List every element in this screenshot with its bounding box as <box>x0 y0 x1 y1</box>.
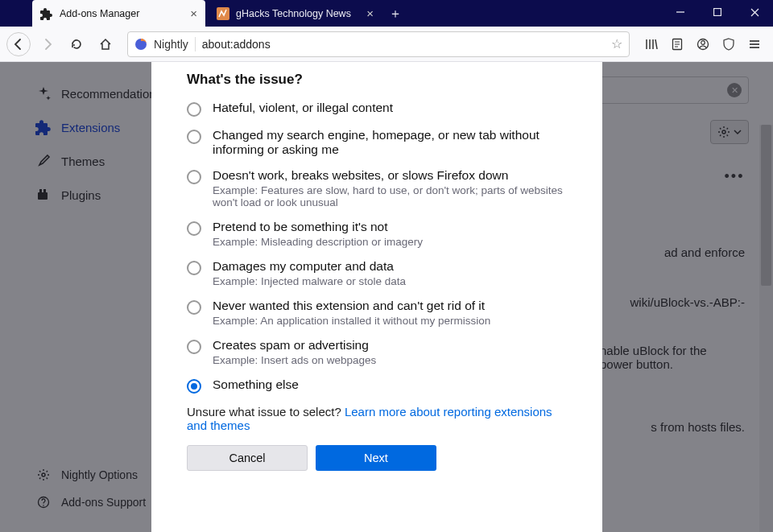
menu-button[interactable] <box>742 32 767 56</box>
option-label: Pretend to be something it's not <box>213 220 573 234</box>
radio-button[interactable] <box>187 170 201 184</box>
help-text: Unsure what issue to select? Learn more … <box>187 405 573 432</box>
issue-option[interactable]: Changed my search engine, homepage, or n… <box>187 128 573 157</box>
radio-button[interactable] <box>187 300 201 315</box>
option-description: Example: Insert ads on webpages <box>213 354 573 366</box>
site-icon <box>217 7 229 20</box>
option-label: Damages my computer and data <box>213 259 573 274</box>
new-tab-button[interactable]: ＋ <box>383 2 407 26</box>
option-label: Doesn't work, breaks websites, or slows … <box>213 168 573 183</box>
option-label: Changed my search engine, homepage, or n… <box>213 128 573 157</box>
issue-option[interactable]: Something else <box>187 377 573 394</box>
library-button[interactable] <box>639 32 663 56</box>
reload-button[interactable] <box>64 32 89 56</box>
option-description: Example: An application installed it wit… <box>213 315 573 327</box>
radio-button[interactable] <box>187 379 201 394</box>
next-button[interactable]: Next <box>316 445 436 471</box>
svg-point-11 <box>701 40 705 44</box>
option-description: Example: Misleading description or image… <box>213 236 573 248</box>
issue-option[interactable]: Never wanted this extension and can't ge… <box>187 299 573 327</box>
issue-option[interactable]: Damages my computer and dataExample: Inj… <box>187 259 573 287</box>
brand-label: Nightly <box>154 38 188 51</box>
radio-button[interactable] <box>187 340 201 354</box>
back-button[interactable] <box>6 32 31 56</box>
shield-icon[interactable] <box>717 32 741 56</box>
radio-button[interactable] <box>187 261 201 275</box>
close-window-button[interactable] <box>736 0 773 24</box>
issue-option[interactable]: Doesn't work, breaks websites, or slows … <box>187 168 573 208</box>
report-issue-dialog: What's the issue? Hateful, violent, or i… <box>151 62 602 532</box>
tab-title: gHacks Technology News <box>236 8 351 19</box>
issue-option[interactable]: Pretend to be something it's notExample:… <box>187 220 573 248</box>
dialog-title: What's the issue? <box>187 72 573 88</box>
close-icon[interactable]: × <box>190 6 197 20</box>
radio-button[interactable] <box>187 221 201 236</box>
forward-button[interactable] <box>35 32 60 56</box>
svg-rect-2 <box>714 9 721 16</box>
home-button[interactable] <box>93 32 118 56</box>
maximize-button[interactable] <box>699 0 736 24</box>
tab-ghacks[interactable]: gHacks Technology News × <box>209 0 382 27</box>
address-bar[interactable]: Nightly about:addons ☆ <box>127 31 630 57</box>
option-label: Hateful, violent, or illegal content <box>213 101 573 115</box>
window-controls <box>662 0 773 27</box>
issue-option[interactable]: Creates spam or advertisingExample: Inse… <box>187 338 573 366</box>
content-area: Recommendations Extensions Themes Plugin… <box>0 62 773 532</box>
titlebar: Add-ons Manager × gHacks Technology News… <box>0 0 773 27</box>
tab-strip: Add-ons Manager × gHacks Technology News… <box>32 0 407 27</box>
option-description: Example: Injected malware or stole data <box>213 275 573 287</box>
option-label: Never wanted this extension and can't ge… <box>213 299 573 313</box>
account-button[interactable] <box>691 32 715 56</box>
tab-addons-manager[interactable]: Add-ons Manager × <box>32 0 205 27</box>
puzzle-icon <box>40 7 53 20</box>
bookmark-star-icon[interactable]: ☆ <box>611 36 622 52</box>
firefox-icon <box>134 38 147 51</box>
option-description: Example: Features are slow, hard to use,… <box>213 184 573 208</box>
reader-button[interactable] <box>665 32 689 56</box>
cancel-button[interactable]: Cancel <box>187 445 308 471</box>
radio-button[interactable] <box>187 130 201 144</box>
option-label: Creates spam or advertising <box>213 338 573 353</box>
close-icon[interactable]: × <box>366 6 374 20</box>
issue-option[interactable]: Hateful, violent, or illegal content <box>187 101 573 117</box>
tab-title: Add-ons Manager <box>60 8 139 19</box>
radio-button[interactable] <box>187 102 201 117</box>
toolbar: Nightly about:addons ☆ <box>0 27 773 62</box>
dialog-buttons: Cancel Next <box>187 445 573 471</box>
url-text: about:addons <box>202 38 605 51</box>
option-label: Something else <box>213 377 573 392</box>
minimize-button[interactable] <box>662 0 699 24</box>
divider <box>195 37 196 52</box>
